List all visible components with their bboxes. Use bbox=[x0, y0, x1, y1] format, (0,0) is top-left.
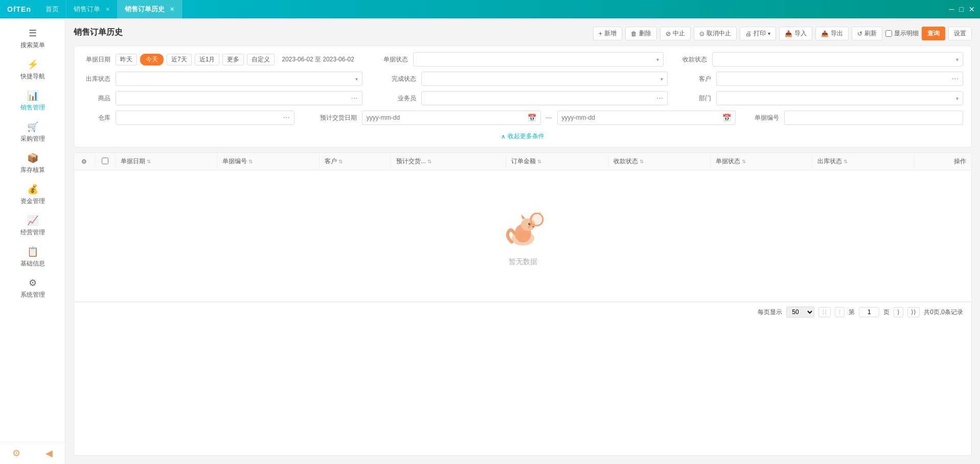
cancel-stop-button[interactable]: ⊙ 取消中止 bbox=[694, 27, 737, 40]
tab-sales-order-history[interactable]: 销售订单历史 ✕ bbox=[118, 0, 182, 18]
collapse-label: 收起更多条件 bbox=[508, 132, 544, 141]
calendar-to-icon[interactable]: 📅 bbox=[722, 114, 731, 122]
date-btn-7days[interactable]: 近7天 bbox=[167, 54, 192, 65]
completion-status-select[interactable]: ▾ bbox=[421, 72, 668, 86]
expected-date-to-field[interactable] bbox=[562, 114, 720, 121]
per-page-select[interactable]: 50 10 20 100 bbox=[786, 306, 814, 318]
expected-date-to[interactable]: 📅 bbox=[557, 111, 736, 125]
customer-input[interactable]: ··· bbox=[716, 72, 963, 86]
close-sales-order-history-icon[interactable]: ✕ bbox=[170, 6, 174, 13]
sidebar-item-search-menu[interactable]: ☰ 搜索菜单 bbox=[0, 23, 65, 54]
sidebar-collapse-icon[interactable]: ◀ bbox=[45, 448, 53, 459]
sort-receipt-status-icon[interactable]: ⇅ bbox=[640, 159, 644, 164]
export-button[interactable]: 📤 导出 bbox=[815, 27, 849, 40]
delete-button[interactable]: 🗑 删除 bbox=[625, 27, 657, 40]
first-page-button[interactable]: ⟨⟨ bbox=[818, 307, 831, 317]
sidebar-item-operations[interactable]: 📈 经营管理 bbox=[0, 210, 65, 241]
sidebar-item-sales-mgmt[interactable]: 📊 销售管理 bbox=[0, 85, 65, 116]
sidebar-item-inventory[interactable]: 📦 库存核算 bbox=[0, 147, 65, 179]
table-container: ⚙ 单据日期 ⇅ 单据编号 bbox=[74, 152, 972, 456]
delivery-status-select[interactable]: ▾ bbox=[116, 72, 362, 86]
receipt-status-select[interactable]: ▾ bbox=[712, 52, 963, 67]
customer-label: 客户 bbox=[683, 75, 711, 83]
sort-customer-icon[interactable]: ⇅ bbox=[338, 159, 343, 164]
dept-select[interactable]: ▾ bbox=[716, 91, 963, 105]
select-all-checkbox[interactable] bbox=[102, 158, 108, 164]
sort-expected-date-icon[interactable]: ⇅ bbox=[427, 159, 431, 164]
expected-date-from-field[interactable] bbox=[367, 114, 525, 121]
salesperson-dots-icon[interactable]: ··· bbox=[656, 94, 663, 103]
bill-number-field[interactable] bbox=[789, 114, 959, 121]
goods-input[interactable]: ··· bbox=[116, 91, 362, 105]
warehouse-dots-icon[interactable]: ··· bbox=[283, 113, 289, 122]
sort-bill-no-icon[interactable]: ⇅ bbox=[248, 159, 253, 164]
tab-sales-order[interactable]: 销售订单 ✕ bbox=[66, 0, 118, 18]
sidebar-item-data[interactable]: 📋 基础信息 bbox=[0, 241, 65, 272]
bill-status-arrow-icon: ▾ bbox=[656, 57, 659, 62]
date-btn-custom[interactable]: 自定义 bbox=[247, 54, 275, 65]
table-body: ✦ ✦ 暂无数据 bbox=[74, 170, 971, 302]
th-settings[interactable]: ⚙ bbox=[74, 153, 95, 170]
query-button[interactable]: 查询 bbox=[922, 27, 945, 40]
show-detail-checkbox[interactable] bbox=[885, 30, 892, 37]
date-btn-more[interactable]: 更多 bbox=[222, 54, 244, 65]
th-expected-date: 预计交货... ⇅ bbox=[391, 153, 506, 170]
warehouse-field[interactable] bbox=[120, 114, 278, 121]
collapse-up-icon: ∧ bbox=[501, 133, 506, 140]
next-page-button[interactable]: ⟩ bbox=[894, 307, 903, 317]
page-input[interactable] bbox=[859, 307, 879, 317]
refresh-button[interactable]: ↺ 刷新 bbox=[852, 27, 882, 40]
sort-bill-status-icon[interactable]: ⇅ bbox=[742, 159, 746, 164]
maximize-icon[interactable]: □ bbox=[960, 5, 964, 13]
warehouse-input[interactable]: ··· bbox=[116, 111, 294, 125]
sidebar-item-data-label: 基础信息 bbox=[20, 259, 45, 268]
date-buttons-group: 昨天 今天 近7天 近1月 更多 自定义 bbox=[116, 54, 275, 65]
salesperson-label: 业务员 bbox=[388, 94, 416, 103]
date-btn-today[interactable]: 今天 bbox=[140, 54, 164, 65]
print-button[interactable]: 🖨 打印 ▾ bbox=[740, 27, 776, 40]
sidebar-item-quick-nav[interactable]: ⚡ 快捷导航 bbox=[0, 54, 65, 85]
date-btn-yesterday[interactable]: 昨天 bbox=[116, 54, 137, 65]
tab-home[interactable]: 首页 bbox=[38, 0, 66, 18]
bill-number-input[interactable] bbox=[784, 111, 963, 125]
window-close-icon[interactable]: ✕ bbox=[969, 5, 975, 13]
salesperson-input[interactable]: ··· bbox=[421, 91, 668, 105]
goods-dots-icon[interactable]: ··· bbox=[351, 94, 357, 103]
th-checkbox[interactable] bbox=[95, 153, 115, 170]
bill-status-select[interactable]: ▾ bbox=[413, 52, 664, 67]
prev-page-button[interactable]: ⟨ bbox=[835, 307, 845, 317]
receipt-status-arrow-icon: ▾ bbox=[956, 57, 959, 62]
sidebar-item-system-label: 系统管理 bbox=[20, 291, 45, 299]
sidebar-settings-icon[interactable]: ⚙ bbox=[12, 448, 20, 459]
sidebar-item-finance-label: 资金管理 bbox=[20, 197, 45, 206]
sort-date-icon[interactable]: ⇅ bbox=[147, 159, 151, 164]
import-button[interactable]: 📥 导入 bbox=[779, 27, 812, 40]
last-page-button[interactable]: ⟩⟩ bbox=[907, 307, 920, 317]
new-button[interactable]: + 新增 bbox=[593, 27, 622, 40]
print-arrow-icon: ▾ bbox=[768, 31, 770, 36]
sidebar-item-system[interactable]: ⚙ 系统管理 bbox=[0, 272, 65, 303]
plus-icon: + bbox=[599, 30, 602, 37]
collapse-button[interactable]: ∧ 收起更多条件 bbox=[501, 130, 544, 141]
empty-text: 暂无数据 bbox=[509, 257, 537, 267]
expected-date-from[interactable]: 📅 bbox=[362, 111, 541, 125]
customer-dots-icon[interactable]: ··· bbox=[952, 74, 959, 83]
salesperson-field[interactable] bbox=[426, 95, 651, 102]
sort-amount-icon[interactable]: ⇅ bbox=[537, 159, 541, 164]
sidebar-item-purchase-mgmt[interactable]: 🛒 采购管理 bbox=[0, 116, 65, 147]
settings-gear-icon[interactable]: ⚙ bbox=[81, 158, 87, 165]
expected-date-label: 预计交货日期 bbox=[320, 114, 357, 122]
date-btn-1month[interactable]: 近1月 bbox=[195, 54, 220, 65]
stop-button[interactable]: ⊘ 中止 bbox=[660, 27, 691, 40]
minimize-icon[interactable]: ─ bbox=[949, 5, 954, 13]
calendar-from-icon[interactable]: 📅 bbox=[528, 114, 536, 122]
customer-field[interactable] bbox=[721, 75, 946, 82]
sidebar-item-finance[interactable]: 💰 资金管理 bbox=[0, 179, 65, 210]
th-delivery-status: 出库状态 ⇅ bbox=[812, 153, 915, 170]
close-sales-order-icon[interactable]: ✕ bbox=[105, 6, 110, 13]
show-detail-checkbox-wrapper[interactable]: 显示明细 bbox=[885, 29, 919, 38]
completion-status-label: 完成状态 bbox=[388, 75, 416, 83]
goods-field[interactable] bbox=[120, 95, 346, 102]
sort-delivery-status-icon[interactable]: ⇅ bbox=[844, 159, 848, 164]
settings-button[interactable]: 设置 bbox=[948, 27, 972, 40]
